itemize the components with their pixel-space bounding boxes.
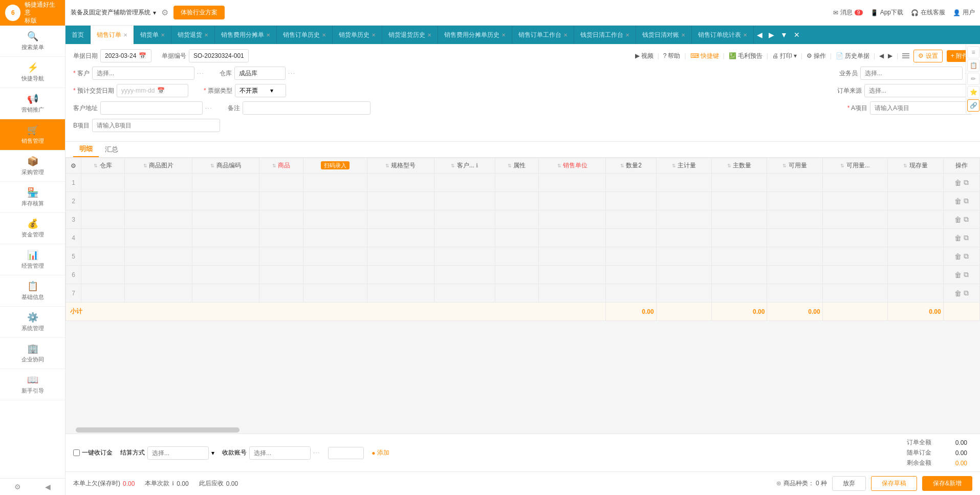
cell-available[interactable] <box>767 174 822 192</box>
nav-prev-icon[interactable]: ◀ <box>879 52 884 59</box>
tab-close-icon[interactable]: ✕ <box>743 32 747 38</box>
sidebar-item-quicknav[interactable]: ⚡ 快捷导航 <box>0 57 65 88</box>
address-more-icon[interactable]: ··· <box>205 105 212 111</box>
cell-spec[interactable] <box>367 192 434 210</box>
col-gear[interactable]: ⚙ <box>66 158 81 174</box>
tab-nav-next[interactable]: ▶ <box>766 31 777 39</box>
customer-more-icon[interactable]: ··· <box>197 71 204 76</box>
delete-icon[interactable]: 🗑 <box>954 271 962 279</box>
sidebar-item-purchase[interactable]: 📦 采购管理 <box>0 150 65 182</box>
sidebar-item-inventory[interactable]: 🏪 库存核算 <box>0 182 65 213</box>
profit-btn[interactable]: 💹 毛利预告 <box>729 52 763 60</box>
cell-available2[interactable] <box>822 174 888 192</box>
tab-expense-history[interactable]: 销售费用分摊单历史 ✕ <box>438 26 512 44</box>
copy-icon[interactable]: ⧉ <box>964 178 969 187</box>
tab-close-icon[interactable]: ✕ <box>427 32 431 38</box>
industry-btn[interactable]: 体验行业方案 <box>173 6 225 19</box>
cell-product[interactable] <box>259 174 303 192</box>
sidebar-item-marketing[interactable]: 📢 营销推广 <box>0 88 65 119</box>
sidebar-item-basic[interactable]: 📋 基础信息 <box>0 275 65 307</box>
tab-home[interactable]: 首页 <box>66 26 91 44</box>
tab-workbench[interactable]: 销售订单工作台 ✕ <box>512 26 574 44</box>
copy-icon[interactable]: ⧉ <box>964 252 969 261</box>
one-click-input[interactable] <box>73 449 80 456</box>
tab-close-icon[interactable]: ✕ <box>372 32 376 38</box>
project-b-input[interactable] <box>92 119 220 132</box>
tab-expand-icon[interactable]: ✕ <box>791 31 803 39</box>
tab-order-history[interactable]: 销售订单历史 ✕ <box>277 26 333 44</box>
warehouse-display[interactable]: 成品库 <box>234 67 286 80</box>
note-input[interactable] <box>243 101 371 115</box>
cell-warehouse[interactable] <box>81 174 125 192</box>
help-btn[interactable]: ? 帮助 <box>663 52 681 60</box>
delete-icon[interactable]: 🗑 <box>954 179 962 187</box>
save-new-btn[interactable]: 保存&新增 <box>922 476 972 491</box>
cell-sales-unit[interactable] <box>538 192 605 210</box>
copy-icon[interactable]: ⧉ <box>964 270 969 279</box>
cell-customer-code[interactable] <box>434 192 495 210</box>
delivery-input[interactable]: yyyy-mm-dd 📅 <box>117 84 188 97</box>
project-a-input[interactable] <box>870 101 972 115</box>
tab-refund-history[interactable]: 销货退货历史 ✕ <box>382 26 438 44</box>
tab-menu-icon[interactable]: ▼ <box>777 31 791 39</box>
view-btn[interactable]: ▶ 视频 <box>635 52 654 60</box>
address-input[interactable] <box>100 101 203 115</box>
delete-icon[interactable]: 🗑 <box>954 289 962 297</box>
delete-icon[interactable]: 🗑 <box>954 197 962 205</box>
tab-cash-daily[interactable]: 钱货日清工作台 ✕ <box>574 26 636 44</box>
cell-warehouse[interactable] <box>81 192 125 210</box>
message-btn[interactable]: ✉ 消息 9 <box>833 8 863 17</box>
scroll-bar-inner[interactable] <box>76 427 239 433</box>
tab-nav-prev[interactable]: ◀ <box>754 31 766 39</box>
right-panel-btn-2[interactable]: 📋 <box>967 59 979 72</box>
tab-close-icon[interactable]: ✕ <box>681 32 685 38</box>
delete-icon[interactable]: 🗑 <box>954 216 962 224</box>
sidebar-item-operations[interactable]: 📊 经营管理 <box>0 244 65 275</box>
cell-main-unit[interactable] <box>656 174 711 192</box>
tab-summary[interactable]: 汇总 <box>99 142 124 157</box>
online-service-btn[interactable]: 🎧 在线客服 <box>911 8 945 17</box>
cell-sales-unit[interactable] <box>538 174 605 192</box>
right-panel-btn-5[interactable]: 🔗 <box>967 99 979 112</box>
one-click-checkbox[interactable]: 一键收订金 <box>73 448 113 457</box>
sidebar-item-search[interactable]: 🔍 搜索菜单 <box>0 26 65 57</box>
menu-icon[interactable] <box>902 53 909 58</box>
cell-product[interactable] <box>259 192 303 210</box>
cell-attr[interactable] <box>495 192 538 210</box>
settings-btn[interactable]: ⚙ 设置 <box>913 50 942 62</box>
shortcut-btn[interactable]: ⌨ 快捷键 <box>690 52 719 60</box>
tab-close-icon[interactable]: ✕ <box>625 32 629 38</box>
invoice-select[interactable]: 不开票 ▾ <box>235 84 286 97</box>
history-btn[interactable]: 📄 历史单据 <box>836 52 869 60</box>
sidebar-item-system[interactable]: ⚙️ 系统管理 <box>0 307 65 338</box>
user-btn[interactable]: 👤 用户 <box>953 8 975 17</box>
right-panel-btn-3[interactable]: ✏ <box>967 73 979 85</box>
sidebar-item-finance[interactable]: 💰 资金管理 <box>0 213 65 244</box>
delete-icon[interactable]: 🗑 <box>954 234 962 242</box>
cell-qty2[interactable] <box>606 174 656 192</box>
payment-amount-input[interactable]: 0.00 <box>328 447 364 459</box>
account-more-icon[interactable]: ··· <box>313 450 320 456</box>
date-input[interactable]: 2023-03-24 📅 <box>100 49 151 62</box>
method-input[interactable] <box>147 446 209 460</box>
tab-close-icon[interactable]: ✕ <box>563 32 568 38</box>
tab-close-icon[interactable]: ✕ <box>204 32 208 38</box>
cell-customer-code[interactable] <box>434 174 495 192</box>
scroll-bar-area[interactable] <box>66 426 980 434</box>
tab-sales-order[interactable]: 销售订单 ✕ <box>91 26 134 44</box>
delete-icon[interactable]: 🗑 <box>954 252 962 261</box>
account-input[interactable] <box>249 446 311 460</box>
cell-product-code[interactable] <box>192 174 259 192</box>
cell-product-img[interactable] <box>125 174 192 192</box>
settings-icon[interactable]: ⚙ <box>14 483 21 491</box>
tab-close-icon[interactable]: ✕ <box>502 32 506 38</box>
ops-btn[interactable]: ⚙ 操作 <box>807 52 826 60</box>
copy-icon[interactable]: ⧉ <box>964 233 969 242</box>
app-download-btn[interactable]: 📱 App下载 <box>870 8 903 17</box>
sidebar-item-sales[interactable]: 🛒 销售管理 <box>0 119 65 150</box>
discard-btn[interactable]: 放弃 <box>832 476 866 491</box>
right-panel-btn-1[interactable]: ≡ <box>967 46 979 58</box>
copy-icon[interactable]: ⧉ <box>964 215 969 224</box>
tab-sales-refund[interactable]: 销货退货 ✕ <box>171 26 215 44</box>
save-draft-btn[interactable]: 保存草稿 <box>871 476 917 491</box>
